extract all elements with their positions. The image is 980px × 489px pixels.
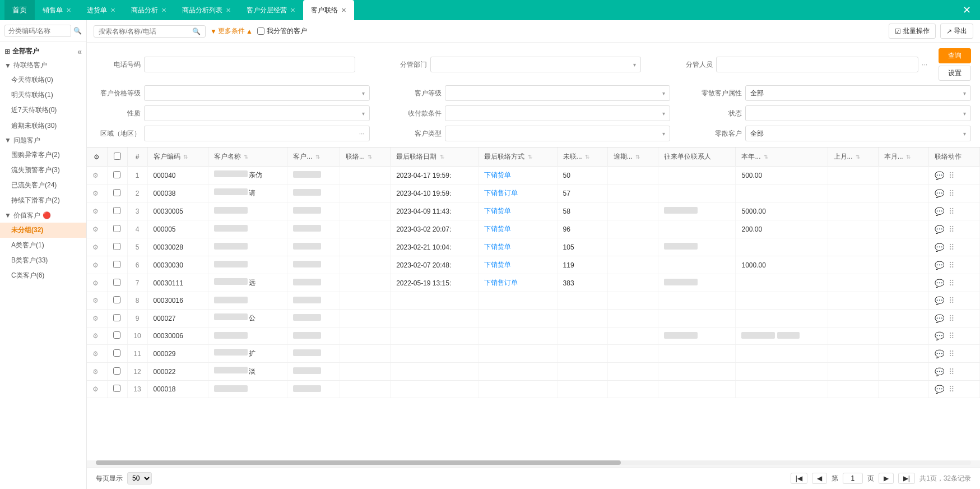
th-last-month[interactable]: 上月... ⇅ xyxy=(828,147,878,167)
filter-search-icon[interactable]: 🔍 xyxy=(192,27,201,35)
sidebar-item-hoard-abnormal[interactable]: 囤购异常客户(2) xyxy=(0,147,86,163)
nav-tab-customer-contact[interactable]: 客户联络 ✕ xyxy=(303,0,354,20)
sidebar-item-ungroup[interactable]: 未分组(32) xyxy=(0,223,86,238)
contact-action-icon[interactable]: 💬 xyxy=(935,349,944,358)
contact-action-icon[interactable]: 💬 xyxy=(935,385,944,394)
sidebar-item-declining[interactable]: 持续下滑客户(2) xyxy=(0,193,86,208)
customer-type-select[interactable]: ▾ xyxy=(445,126,671,141)
more-action-icon[interactable]: ⠿ xyxy=(949,314,954,323)
more-action-icon[interactable]: ⠿ xyxy=(949,296,954,305)
collapse-icon[interactable]: « xyxy=(77,47,82,56)
last-method-link[interactable]: 下销货单 xyxy=(484,207,511,215)
row-checkbox[interactable] xyxy=(113,207,120,214)
more-action-icon[interactable]: ⠿ xyxy=(949,349,954,358)
row-last-method[interactable]: 下销售订单 xyxy=(479,184,557,202)
more-action-icon[interactable]: ⠿ xyxy=(949,367,954,376)
payment-select[interactable]: ▾ xyxy=(445,105,671,121)
close-tab-sales-icon[interactable]: ✕ xyxy=(66,7,71,14)
filter-search-input[interactable] xyxy=(99,27,192,35)
last-method-link[interactable]: 下销货单 xyxy=(484,171,511,179)
sidebar-group-problem[interactable]: ▼ 问题客户 xyxy=(0,133,86,147)
sidebar-item-churned[interactable]: 已流失客户(24) xyxy=(0,178,86,193)
query-button[interactable]: 查询 xyxy=(939,48,971,63)
close-tab-segment-icon[interactable]: ✕ xyxy=(290,7,295,14)
th-name[interactable]: 客户名称 ⇅ xyxy=(208,147,287,167)
row-checkbox[interactable] xyxy=(113,225,120,232)
contact-action-icon[interactable]: 💬 xyxy=(935,367,944,376)
more-action-icon[interactable]: ⠿ xyxy=(949,243,954,252)
dept-select[interactable]: ▾ xyxy=(430,57,642,72)
contact-action-icon[interactable]: 💬 xyxy=(935,314,944,323)
sidebar-search-icon[interactable]: 🔍 xyxy=(73,27,82,35)
nav-tab-customer-segment[interactable]: 客户分层经营 ✕ xyxy=(239,0,303,20)
contact-action-icon[interactable]: 💬 xyxy=(935,189,944,198)
nav-tab-analysis[interactable]: 商品分析 ✕ xyxy=(123,0,174,20)
page-number-input[interactable] xyxy=(843,473,863,484)
row-last-method[interactable]: 下销货单 xyxy=(479,256,557,274)
row-checkbox[interactable] xyxy=(113,385,120,392)
th-last-method[interactable]: 最后联络方式 ⇅ xyxy=(479,147,557,167)
th-contact-num[interactable]: 联络... ⇅ xyxy=(340,147,390,167)
customer-grade-select[interactable]: ▾ xyxy=(445,85,671,101)
more-action-icon[interactable]: ⠿ xyxy=(949,171,954,180)
row-settings-icon[interactable]: ⚙ xyxy=(92,225,99,233)
th-last-date[interactable]: 最后联络日期 ⇅ xyxy=(391,147,479,167)
retail-attr-select[interactable]: 全部▾ xyxy=(745,85,971,101)
retail-customer-select[interactable]: 全部▾ xyxy=(745,126,971,141)
more-action-icon[interactable]: ⠿ xyxy=(949,261,954,270)
my-customers-checkbox[interactable] xyxy=(257,27,264,35)
batch-ops-button[interactable]: ☑ 批量操作 xyxy=(889,24,936,39)
sidebar-item-c-class[interactable]: C类客户(6) xyxy=(0,268,86,283)
th-this-month[interactable]: 本月... ⇅ xyxy=(878,147,928,167)
more-action-icon[interactable]: ⠿ xyxy=(949,385,954,394)
last-method-link[interactable]: 下销售订单 xyxy=(484,189,518,197)
row-settings-icon[interactable]: ⚙ xyxy=(92,207,99,215)
nav-tab-sales[interactable]: 销售单 ✕ xyxy=(35,0,79,20)
sidebar-all-customers[interactable]: ⊞ 全部客户 « xyxy=(0,42,86,58)
row-checkbox[interactable] xyxy=(113,331,120,339)
status-select[interactable]: ▾ xyxy=(745,105,971,121)
price-grade-select[interactable]: ▾ xyxy=(144,85,370,101)
th-partner-contact[interactable]: 往来单位联系人 xyxy=(658,147,736,167)
more-action-icon[interactable]: ⠿ xyxy=(949,331,954,340)
sidebar-item-churn-warning[interactable]: 流失预警客户(3) xyxy=(0,163,86,178)
first-page-button[interactable]: |◀ xyxy=(791,473,807,484)
select-all-checkbox[interactable] xyxy=(114,153,121,160)
more-action-icon[interactable]: ⠿ xyxy=(949,225,954,234)
area-dots-icon[interactable]: ··· xyxy=(359,130,365,137)
last-page-button[interactable]: ▶| xyxy=(898,473,915,484)
manager-input[interactable] xyxy=(716,57,918,72)
last-method-link[interactable]: 下销货单 xyxy=(484,261,511,269)
sidebar-group-value[interactable]: ▼ 价值客户 🔴 xyxy=(0,209,86,223)
export-button[interactable]: ↗ 导出 xyxy=(940,24,973,39)
sidebar-item-b-class[interactable]: B类客户(33) xyxy=(0,253,86,268)
row-checkbox[interactable] xyxy=(113,349,120,357)
sidebar-item-a-class[interactable]: A类客户(1) xyxy=(0,238,86,253)
contact-action-icon[interactable]: 💬 xyxy=(935,171,944,180)
row-checkbox[interactable] xyxy=(113,243,120,250)
row-checkbox[interactable] xyxy=(113,314,120,321)
close-tab-purchase-icon[interactable]: ✕ xyxy=(110,7,115,14)
phone-input[interactable] xyxy=(144,57,355,72)
close-tab-analysis-list-icon[interactable]: ✕ xyxy=(226,7,231,14)
contact-action-icon[interactable]: 💬 xyxy=(935,331,944,340)
row-settings-icon[interactable]: ⚙ xyxy=(92,279,99,287)
sidebar-search-input[interactable] xyxy=(4,25,71,37)
last-method-link[interactable]: 下销售订单 xyxy=(484,279,518,287)
reset-button[interactable]: 设置 xyxy=(939,66,971,81)
gender-select[interactable]: ▾ xyxy=(144,105,370,121)
row-checkbox[interactable] xyxy=(113,261,120,268)
row-last-method[interactable]: 下销货单 xyxy=(479,167,557,184)
row-last-method[interactable]: 下销货单 xyxy=(479,220,557,238)
contact-action-icon[interactable]: 💬 xyxy=(935,279,944,288)
sidebar-item-overdue-pending[interactable]: 逾期未联络(30) xyxy=(0,118,86,133)
row-last-method[interactable]: 下销货单 xyxy=(479,202,557,220)
filter-more-conditions[interactable]: ▼ 更多条件 ▲ xyxy=(210,26,253,36)
sidebar-group-pending[interactable]: ▼ 待联络客户 xyxy=(0,58,86,72)
row-settings-icon[interactable]: ⚙ xyxy=(92,350,99,358)
more-action-icon[interactable]: ⠿ xyxy=(949,189,954,198)
row-checkbox[interactable] xyxy=(113,367,120,375)
horizontal-scrollbar[interactable] xyxy=(96,460,971,465)
more-action-icon[interactable]: ⠿ xyxy=(949,279,954,288)
nav-home[interactable]: 首页 xyxy=(4,0,35,20)
